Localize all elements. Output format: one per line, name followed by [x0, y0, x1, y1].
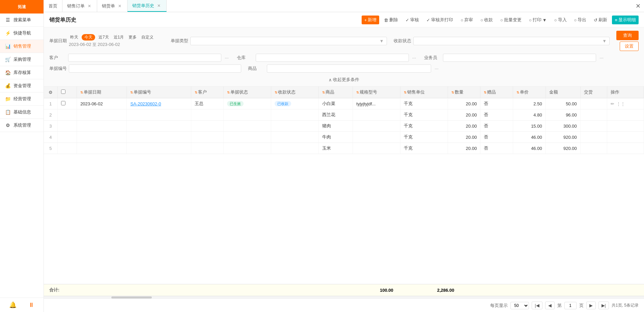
salesman-more-icon[interactable]: ··· [598, 55, 605, 60]
row-order-no[interactable] [127, 121, 191, 132]
warehouse-input[interactable] [256, 54, 409, 62]
customer-input[interactable] [68, 54, 221, 62]
sidebar-item-label: 快捷导航 [13, 30, 31, 36]
row-order-no[interactable] [127, 132, 191, 143]
more-actions-icon[interactable]: ⋮⋮ [616, 101, 625, 106]
warehouse-more-icon[interactable]: ··· [411, 55, 418, 60]
sidebar-item-purchase-mgmt[interactable]: 🛒 采购管理 [0, 53, 44, 66]
tab-sales-history-close[interactable]: ✕ [156, 3, 162, 8]
price-column-header[interactable]: ⇅单价 [513, 86, 546, 98]
import-button[interactable]: ○ 导入 [552, 16, 569, 24]
batch-change-button[interactable]: ○ 批量变更 [498, 16, 524, 24]
tab-sales-order-close[interactable]: ✕ [87, 3, 92, 9]
unit-column-header[interactable]: ⇅销售单位 [400, 86, 448, 98]
goods-column-header[interactable]: ⇅商品 [318, 86, 353, 98]
row-order-no[interactable] [127, 143, 191, 154]
goods-sort-icon: ⇅ [322, 90, 325, 94]
sidebar-item-search-menu[interactable]: ☰ 搜索菜单 [0, 14, 44, 27]
order-no-input[interactable] [69, 64, 241, 73]
row-checkbox-cell[interactable] [57, 98, 77, 109]
tab-sales-goods-close[interactable]: ✕ [117, 3, 122, 9]
next-page-button[interactable]: ▶ [586, 302, 596, 309]
select-all-checkbox[interactable] [61, 89, 65, 94]
sidebar-item-sales-mgmt[interactable]: 📊 销售管理 [0, 40, 44, 53]
doc-type-select[interactable]: ▼ [190, 37, 387, 45]
sidebar-bottom: 🔔 ⏸ [0, 297, 44, 312]
pause-icon[interactable]: ⏸ [28, 302, 34, 309]
search-menu-icon: ☰ [5, 17, 11, 23]
row-order-no[interactable] [127, 109, 191, 121]
filter-settings-button[interactable]: 设置 [620, 42, 639, 51]
salesman-input[interactable] [443, 54, 596, 62]
goods-more-icon[interactable]: ··· [433, 66, 440, 71]
filter-salesman: 业务员 ··· [424, 54, 605, 62]
collapse-filter-button[interactable]: ∧ 收起更多条件 [329, 77, 359, 83]
filter-area: 单据日期 昨天 今天 近7天 近1月 更多 自定义 2023-06-02 至 2… [44, 27, 644, 86]
gift-column-header[interactable]: ⇅赠品 [480, 86, 513, 98]
row-qty: 20.00 [448, 98, 480, 109]
edit-icon[interactable]: ✏ [611, 101, 614, 106]
sidebar-item-finance-mgmt[interactable]: 💰 资金管理 [0, 79, 44, 93]
prev-page-button[interactable]: ◀ [545, 302, 555, 309]
customer-more-icon[interactable]: ··· [223, 55, 230, 60]
close-all-tabs-button[interactable]: ✕ [632, 2, 644, 10]
tab-sales-goods[interactable]: 销货单 ✕ [97, 0, 128, 12]
last-page-button[interactable]: ▶| [598, 302, 609, 309]
delete-button[interactable]: 🗑 删除 [381, 16, 401, 24]
notification-icon[interactable]: 🔔 [9, 301, 17, 309]
row-pay-status: 已收款 [271, 98, 318, 109]
row-date [77, 121, 127, 132]
sidebar-item-operation-mgmt[interactable]: 📁 经营管理 [0, 93, 44, 106]
pay-status-select[interactable]: ▼ [413, 37, 610, 45]
horizontal-scrollbar[interactable] [44, 296, 644, 298]
abandon-button[interactable]: ○ 弃审 [458, 16, 476, 24]
row-checkbox-cell[interactable] [57, 143, 77, 154]
goods-input[interactable] [267, 64, 431, 73]
show-detail-button[interactable]: ≡ 显示明细 [612, 16, 639, 24]
new-button[interactable]: + 新增 [362, 16, 380, 24]
customer-column-header[interactable]: ⇅客户 [191, 86, 224, 98]
tab-home[interactable]: 首页 [44, 0, 62, 12]
shortcut-custom[interactable]: 自定义 [140, 34, 155, 41]
table-row: 3猪肉千克20.00否15.00300.00 [44, 121, 644, 132]
row-checkbox-cell[interactable] [57, 121, 77, 132]
pay-status-arrow-icon: ▼ [602, 38, 607, 44]
filter-order-no: 单据编号 [49, 64, 241, 73]
settings-column-header[interactable]: ⚙ [44, 86, 57, 98]
pay-status-column-header[interactable]: ⇅收款状态 [271, 86, 318, 98]
tab-sales-order[interactable]: 销售订单 ✕ [62, 0, 97, 12]
sidebar-item-base-info[interactable]: 📋 基础信息 [0, 106, 44, 119]
shortcut-today[interactable]: 今天 [82, 34, 95, 41]
tab-sales-history[interactable]: 销货单历史 ✕ [128, 0, 167, 12]
batch-change-icon: ○ [500, 18, 503, 23]
export-button[interactable]: ○ 导出 [571, 16, 589, 24]
sidebar-item-sys-mgmt[interactable]: ⚙ 系统管理 [0, 119, 44, 132]
order-status-column-header[interactable]: ⇅单据状态 [224, 86, 271, 98]
row-checkbox[interactable] [61, 101, 65, 105]
query-button[interactable]: 查询 [616, 31, 639, 40]
shortcut-1month[interactable]: 近1月 [112, 34, 125, 41]
qty-column-header[interactable]: ⇅数量 [448, 86, 480, 98]
order-no-column-header[interactable]: ⇅单据编号 [127, 86, 191, 98]
shortcut-yesterday[interactable]: 昨天 [69, 34, 80, 41]
spec-column-header[interactable]: ⇅规格型号 [353, 86, 400, 98]
sidebar-item-quick-nav[interactable]: ⚡ 快捷导航 [0, 27, 44, 40]
date-column-header[interactable]: ⇅单据日期 [77, 86, 127, 98]
shortcut-7days[interactable]: 近7天 [97, 34, 110, 41]
row-checkbox-cell[interactable] [57, 109, 77, 121]
review-print-button[interactable]: ✓ 审核并打印 [424, 16, 456, 24]
review-button[interactable]: ✓ 审核 [403, 16, 422, 24]
action-icons: ✏⋮⋮ [611, 101, 640, 106]
sidebar-item-inventory[interactable]: 🏠 库存核算 [0, 66, 44, 79]
delete-icon: 🗑 [384, 18, 388, 23]
receive-button[interactable]: ○ 收款 [478, 16, 496, 24]
row-order-no[interactable]: SA-20230602-0 [127, 98, 191, 109]
print-button[interactable]: ○ 打印 ▼ [526, 16, 550, 24]
shortcut-more[interactable]: 更多 [127, 34, 138, 41]
refresh-button[interactable]: ↺ 刷新 [591, 16, 610, 24]
per-page-select[interactable]: 50 100 200 [510, 302, 529, 309]
first-page-button[interactable]: |◀ [532, 302, 542, 309]
row-checkbox-cell[interactable] [57, 132, 77, 143]
checkbox-column-header[interactable] [57, 86, 77, 98]
page-number-input[interactable] [564, 302, 577, 309]
